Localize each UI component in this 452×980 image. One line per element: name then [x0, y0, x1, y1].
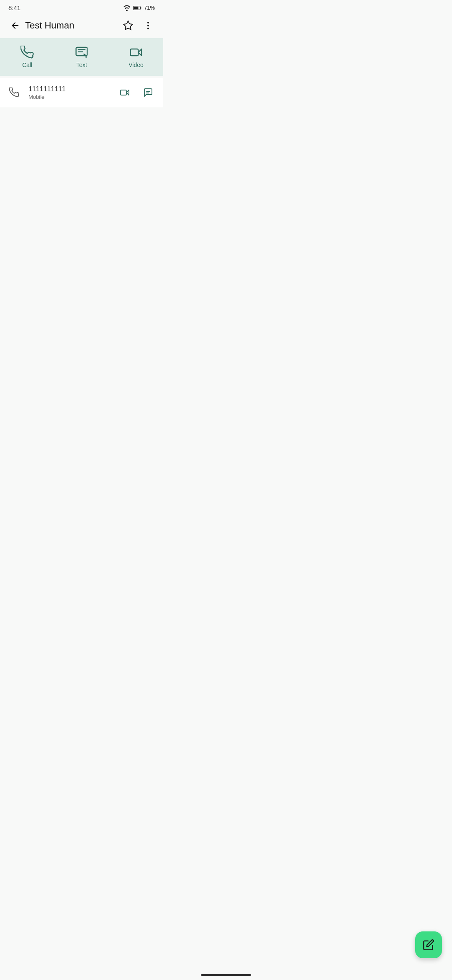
- svg-point-0: [126, 10, 128, 11]
- text-message-icon: [75, 46, 88, 59]
- favorite-button[interactable]: [120, 17, 136, 34]
- contact-name: Test Human: [25, 20, 120, 31]
- video-call-icon: [120, 88, 130, 98]
- svg-marker-14: [126, 90, 129, 95]
- svg-rect-2: [140, 7, 141, 8]
- phone-row-icon: [9, 88, 19, 98]
- svg-point-7: [147, 28, 149, 29]
- more-options-button[interactable]: [140, 17, 157, 34]
- svg-marker-4: [123, 21, 133, 30]
- status-time: 8:41: [8, 4, 21, 11]
- star-icon: [123, 20, 134, 31]
- contact-row: 1111111111 Mobile: [0, 78, 163, 107]
- call-action[interactable]: Call: [0, 46, 54, 68]
- wifi-icon: [123, 5, 131, 11]
- video-call-button[interactable]: [116, 84, 133, 101]
- svg-point-6: [147, 25, 149, 26]
- svg-rect-11: [131, 49, 139, 56]
- video-label: Video: [128, 62, 144, 68]
- status-icons: 71%: [123, 5, 155, 11]
- svg-rect-3: [134, 6, 138, 9]
- svg-rect-13: [121, 90, 126, 95]
- text-action[interactable]: Text: [54, 46, 109, 68]
- status-bar: 8:41 71%: [0, 0, 163, 14]
- app-bar: Test Human: [0, 14, 163, 37]
- back-arrow-icon: [10, 21, 20, 31]
- call-icon: [21, 46, 34, 59]
- video-icon: [129, 46, 143, 59]
- battery-percentage: 71%: [144, 5, 155, 11]
- contact-info: 1111111111 Mobile: [28, 85, 116, 100]
- sms-button[interactable]: [140, 84, 157, 101]
- video-action[interactable]: Video: [109, 46, 163, 68]
- app-bar-actions: [120, 17, 157, 34]
- call-label: Call: [22, 62, 32, 68]
- back-button[interactable]: [7, 17, 23, 34]
- svg-marker-12: [138, 49, 141, 56]
- action-section: Call Text Video: [0, 38, 163, 76]
- contact-row-actions: [116, 84, 157, 101]
- contact-list: 1111111111 Mobile: [0, 78, 163, 107]
- phone-icon-row: [7, 85, 22, 100]
- contact-number: 1111111111: [28, 85, 116, 93]
- contact-phone-type: Mobile: [28, 94, 116, 100]
- sms-icon: [143, 88, 153, 98]
- svg-point-5: [147, 22, 149, 23]
- battery-icon: [133, 5, 141, 10]
- more-vert-icon: [143, 21, 153, 31]
- text-label: Text: [76, 62, 87, 68]
